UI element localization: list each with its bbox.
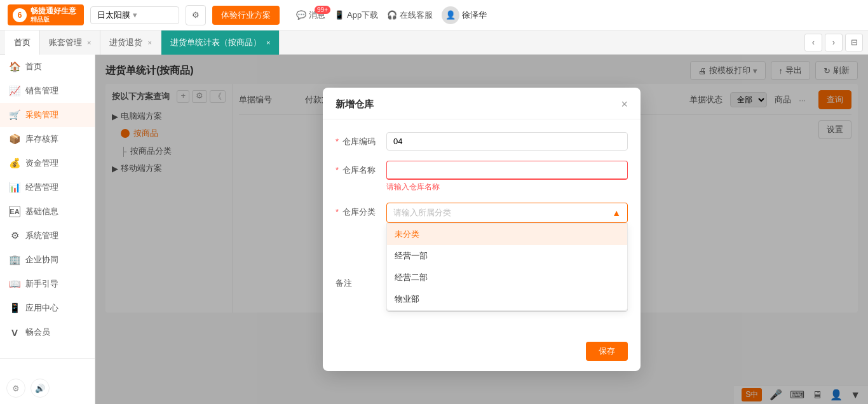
form-row-category: * 仓库分类 请输入所属分类 ▲ 未分类 经营一部 经营二部 (336, 203, 628, 223)
settings-bottom-button[interactable]: ⚙ (6, 379, 25, 398)
tab-more-button[interactable]: ⊟ (845, 34, 863, 51)
save-button[interactable]: 保存 (586, 342, 628, 361)
phone-icon: 📱 (334, 10, 344, 20)
sidebar-label-system: 系统管理 (25, 230, 58, 241)
sidebar-label-business: 经营管理 (25, 182, 58, 193)
dropdown-item-0[interactable]: 未分类 (387, 224, 627, 245)
app-label: App下载 (347, 10, 378, 21)
tab-prev-button[interactable]: ‹ (804, 34, 822, 51)
main-layout: 🏠 首页 📈 销售管理 🛒 采购管理 📦 库存核算 💰 资金管理 📊 经营管理 … (0, 55, 868, 404)
tab-purchase-return-close[interactable]: × (147, 39, 151, 46)
sidebar-item-business[interactable]: 📊 经营管理 (0, 175, 95, 199)
basic-icon: EA (9, 206, 20, 217)
sidebar-bottom: ⚙ 🔊 (0, 372, 95, 404)
sidebar-item-enterprise[interactable]: 🏢 企业协同 (0, 248, 95, 272)
name-label: * 仓库名称 (336, 161, 386, 176)
category-dropdown: 未分类 经营一部 经营二部 物业部 (386, 223, 628, 311)
content-area: 进货单统计(按商品) 🖨 按模板打印 ▾ ↑ 导出 ↻ 刷新 (95, 55, 868, 404)
logo-icon: 6 (13, 8, 27, 22)
modal-overlay: 新增仓库 × * 仓库编码 (95, 55, 868, 404)
select-up-arrow-icon: ▲ (612, 208, 621, 218)
message-button[interactable]: 💬 消息 99+ (296, 10, 325, 21)
sidebar-item-finance[interactable]: 💰 资金管理 (0, 151, 95, 175)
tab-purchase-stats-close[interactable]: × (266, 39, 270, 46)
code-input[interactable] (386, 132, 628, 151)
sidebar-label-guide: 新手引导 (25, 278, 58, 290)
sidebar-item-purchase[interactable]: 🛒 采购管理 (0, 103, 95, 127)
business-icon: 📊 (9, 182, 20, 193)
add-warehouse-dialog: 新增仓库 × * 仓库编码 (323, 88, 641, 371)
sidebar-label-home: 首页 (25, 61, 42, 72)
tab-home-label: 首页 (14, 37, 31, 48)
speaker-icon[interactable]: 🔊 (31, 379, 50, 398)
tab-purchase-stats[interactable]: 进货单统计表（按商品） × (161, 30, 280, 55)
dialog-close-button[interactable]: × (621, 98, 628, 111)
inventory-icon: 📦 (9, 133, 20, 145)
tab-home[interactable]: 首页 (5, 30, 40, 55)
enterprise-icon: 🏢 (9, 254, 20, 266)
store-selector[interactable]: 日太阳膜 ▾ (90, 6, 179, 24)
sidebar-label-vip: 畅会员 (25, 327, 50, 338)
form-row-name: * 仓库名称 请输入仓库名称 (336, 161, 628, 192)
sidebar-item-sales[interactable]: 📈 销售管理 (0, 79, 95, 103)
headset-icon: 🎧 (387, 10, 397, 20)
dropdown-item-3[interactable]: 物业部 (387, 288, 627, 310)
sidebar-item-guide[interactable]: 📖 新手引导 (0, 272, 95, 296)
system-icon: ⚙ (9, 230, 20, 241)
finance-icon: 💰 (9, 158, 20, 169)
sales-icon: 📈 (9, 85, 20, 97)
sidebar-label-basic: 基础信息 (25, 206, 58, 217)
dialog-title: 新增仓库 (336, 98, 374, 111)
home-icon: 🏠 (9, 61, 20, 72)
message-badge: 99+ (315, 6, 330, 14)
sidebar-item-apps[interactable]: 📱 应用中心 (0, 296, 95, 320)
category-field-container: 请输入所属分类 ▲ 未分类 经营一部 经营二部 物业部 (386, 203, 628, 223)
app-download-button[interactable]: 📱 App下载 (334, 10, 378, 21)
tab-account[interactable]: 账套管理 × (40, 30, 100, 55)
tab-account-close[interactable]: × (87, 39, 91, 46)
sidebar-label-apps: 应用中心 (25, 302, 58, 314)
sidebar-label-enterprise: 企业协同 (25, 254, 58, 266)
sidebar-item-vip[interactable]: V 畅会员 (0, 320, 95, 344)
topbar-right: 💬 消息 99+ 📱 App下载 🎧 在线客服 👤 徐泽华 (296, 6, 487, 24)
name-input[interactable] (386, 161, 628, 180)
sidebar-item-home[interactable]: 🏠 首页 (0, 55, 95, 79)
category-select[interactable]: 请输入所属分类 ▲ (386, 203, 628, 223)
name-field-container: 请输入仓库名称 (386, 161, 628, 192)
sidebar-label-purchase: 采购管理 (25, 109, 58, 121)
settings-icon[interactable]: ⚙ (186, 5, 206, 25)
tab-purchase-stats-label: 进货单统计表（按商品） (170, 37, 261, 48)
sidebar-item-inventory[interactable]: 📦 库存核算 (0, 127, 95, 151)
apps-icon: 📱 (9, 302, 20, 314)
category-label: * 仓库分类 (336, 203, 386, 218)
tab-next-button[interactable]: › (825, 34, 843, 51)
sidebar-label-inventory: 库存核算 (25, 133, 58, 145)
dropdown-item-1[interactable]: 经营一部 (387, 245, 627, 267)
dropdown-item-2[interactable]: 经营二部 (387, 267, 627, 288)
notes-label: 备注 (336, 274, 386, 289)
trial-button[interactable]: 体验行业方案 (212, 6, 280, 25)
guide-icon: 📖 (9, 278, 20, 290)
form-row-code: * 仓库编码 (336, 132, 628, 151)
tab-purchase-return-label: 进货退货 (109, 37, 142, 48)
username: 徐泽华 (462, 10, 487, 21)
sidebar-label-sales: 销售管理 (25, 85, 58, 97)
avatar: 👤 (442, 6, 459, 24)
store-name: 日太阳膜 (97, 10, 130, 21)
sidebar: 🏠 首页 📈 销售管理 🛒 采购管理 📦 库存核算 💰 资金管理 📊 经营管理 … (0, 55, 95, 404)
message-icon: 💬 (296, 10, 306, 20)
tab-purchase-return[interactable]: 进货退货 × (100, 30, 161, 55)
dialog-body: * 仓库编码 * 仓库名称 (323, 119, 641, 334)
dropdown-arrow-icon: ▾ (133, 10, 137, 20)
dialog-header: 新增仓库 × (323, 88, 641, 119)
logo-text: 畅捷通好生意 精品版 (31, 7, 76, 22)
sidebar-label-finance: 资金管理 (25, 158, 58, 169)
vip-icon: V (9, 327, 20, 338)
name-error-message: 请输入仓库名称 (386, 182, 628, 192)
online-service-button[interactable]: 🎧 在线客服 (387, 10, 433, 21)
sidebar-item-basic[interactable]: EA 基础信息 (0, 199, 95, 224)
code-label: * 仓库编码 (336, 132, 386, 147)
user-menu[interactable]: 👤 徐泽华 (442, 6, 487, 24)
code-field-container (386, 132, 628, 151)
sidebar-item-system[interactable]: ⚙ 系统管理 (0, 224, 95, 248)
